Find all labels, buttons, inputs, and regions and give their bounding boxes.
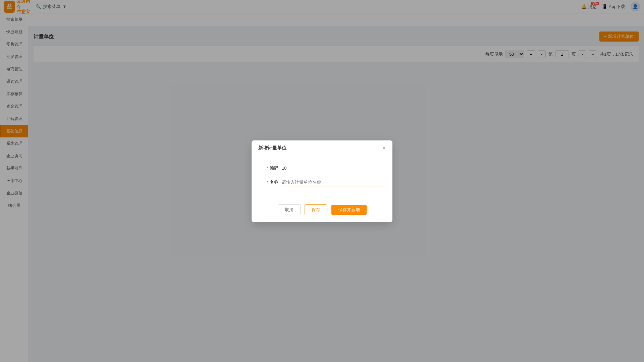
- modal-header: 新增计量单位 ×: [252, 140, 392, 156]
- modal-body: 编码 名称: [252, 156, 392, 200]
- add-unit-modal: 新增计量单位 × 编码 名称 取消 保存 保存并新增: [252, 140, 392, 222]
- code-label: 编码: [258, 165, 278, 171]
- save-button[interactable]: 保存: [305, 204, 327, 215]
- modal-overlay: 新增计量单位 × 编码 名称 取消 保存 保存并新增: [0, 0, 644, 362]
- name-label: 名称: [258, 179, 278, 185]
- code-input[interactable]: [282, 164, 386, 172]
- modal-footer: 取消 保存 保存并新增: [252, 200, 392, 222]
- modal-close-button[interactable]: ×: [383, 145, 386, 151]
- save-and-new-button[interactable]: 保存并新增: [331, 205, 367, 215]
- modal-title: 新增计量单位: [258, 145, 286, 151]
- cancel-button[interactable]: 取消: [278, 204, 301, 215]
- name-row: 名称: [258, 178, 386, 186]
- code-row: 编码: [258, 164, 386, 172]
- name-input[interactable]: [282, 178, 386, 186]
